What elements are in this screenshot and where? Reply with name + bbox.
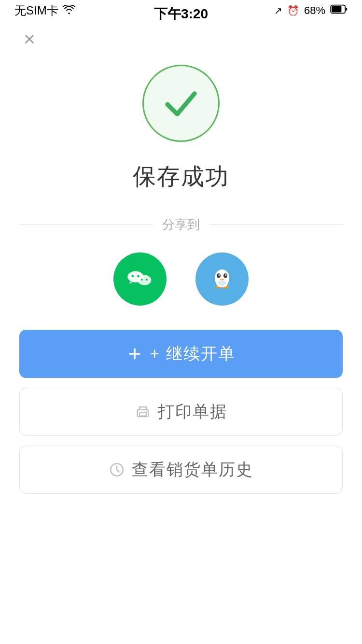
status-left: 无SIM卡 (14, 3, 76, 18)
wifi-icon (62, 4, 76, 17)
share-icons (113, 252, 249, 306)
status-bar: 无SIM卡 下午3:20 ↗ ⏰ 68% (0, 0, 362, 21)
print-label: 打印单据 (158, 401, 227, 423)
history-button[interactable]: 查看销货单历史 (19, 446, 343, 494)
svg-point-11 (219, 274, 220, 276)
carrier-text: 无SIM卡 (14, 3, 58, 18)
share-label: 分享到 (153, 216, 209, 233)
wechat-icon (123, 262, 157, 296)
continue-label: + 继续开单 (150, 343, 235, 365)
svg-point-3 (138, 275, 151, 285)
svg-point-20 (146, 411, 147, 413)
svg-point-6 (141, 279, 143, 280)
status-right: ↗ ⏰ 68% (274, 4, 348, 17)
svg-point-17 (218, 280, 226, 286)
success-circle (142, 65, 220, 142)
qq-icon (205, 262, 239, 296)
button-section: + 继续开单 打印单据 查看销货单历史 (0, 330, 362, 494)
print-button[interactable]: 打印单据 (19, 388, 343, 436)
status-time: 下午3:20 (154, 5, 208, 23)
svg-point-4 (132, 275, 134, 278)
history-label: 查看销货单历史 (132, 459, 253, 481)
svg-rect-19 (139, 412, 146, 416)
battery-text: 68% (304, 4, 325, 17)
main-content: 保存成功 分享到 (0, 21, 362, 494)
history-icon (109, 462, 125, 478)
continue-button[interactable]: + 继续开单 (19, 330, 343, 378)
svg-point-5 (137, 275, 139, 278)
svg-point-7 (146, 279, 148, 280)
plus-icon (126, 346, 143, 362)
print-icon (135, 404, 151, 420)
close-button[interactable] (17, 27, 42, 51)
success-title: 保存成功 (133, 161, 229, 192)
share-divider: 分享到 (0, 216, 362, 233)
checkmark-icon (159, 82, 203, 125)
qq-share-button[interactable] (195, 252, 249, 306)
battery-icon (330, 4, 348, 17)
svg-point-12 (225, 274, 227, 276)
svg-rect-1 (332, 6, 341, 12)
alarm-icon: ⏰ (287, 5, 299, 16)
wechat-share-button[interactable] (113, 252, 167, 306)
location-icon: ↗ (274, 5, 282, 16)
share-section: 分享到 (0, 216, 362, 306)
